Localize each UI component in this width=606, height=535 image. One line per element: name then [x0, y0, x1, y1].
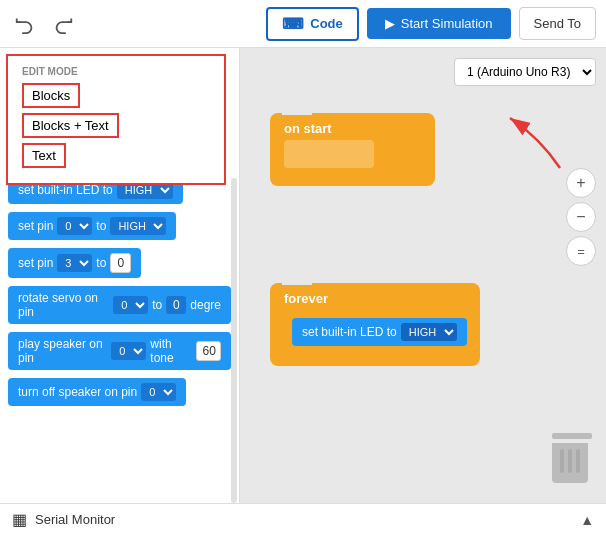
trash-lid [552, 433, 592, 439]
zoom-controls: + − = [566, 168, 596, 266]
zoom-reset-button[interactable]: = [566, 236, 596, 266]
sidebar: EDIT MODE Blocks Blocks + Text Text set … [0, 48, 240, 503]
play-icon: ▶ [385, 16, 395, 31]
start-simulation-button[interactable]: ▶ Start Simulation [367, 8, 511, 39]
forever-container: forever set built-in LED to HIGH [270, 283, 480, 366]
trash-icon [552, 433, 592, 483]
edit-mode-text[interactable]: Text [22, 143, 66, 168]
forever-label: forever [284, 291, 328, 306]
bottom-arrow-icon[interactable]: ▲ [580, 512, 594, 528]
servo-pin-dropdown[interactable]: 0 [113, 296, 148, 314]
list-item: rotate servo on pin 0 to 0 degre [8, 286, 231, 324]
set-pin-high-block[interactable]: set pin 0 to HIGHLOW [8, 212, 176, 240]
turn-off-speaker-block[interactable]: turn off speaker on pin 0 [8, 378, 186, 406]
code-icon: ⌨ [282, 15, 304, 33]
value-high-dropdown[interactable]: HIGHLOW [110, 217, 166, 235]
inner-set-led-block[interactable]: set built-in LED to HIGH [292, 318, 467, 346]
pin-3-dropdown[interactable]: 3 [57, 254, 92, 272]
list-item: set pin 3 to 0 [8, 248, 231, 278]
code-button[interactable]: ⌨ Code [266, 7, 359, 41]
list-item: set pin 0 to HIGHLOW [8, 212, 231, 240]
edit-mode-blocks-text[interactable]: Blocks + Text [22, 113, 119, 138]
pin-0-dropdown[interactable]: 0 [57, 217, 92, 235]
arduino-dropdown[interactable]: 1 (Arduino Uno R3) [454, 58, 596, 86]
main-layout: EDIT MODE Blocks Blocks + Text Text set … [0, 48, 606, 503]
inner-led-dropdown[interactable]: HIGH [401, 323, 457, 341]
speaker-off-pin-dropdown[interactable]: 0 [141, 383, 176, 401]
toolbar: ⌨ Code ▶ Start Simulation Send To [0, 0, 606, 48]
edit-mode-label: EDIT MODE [22, 66, 210, 77]
list-item: turn off speaker on pin 0 [8, 378, 231, 406]
on-start-container: on start [270, 113, 435, 186]
bottom-bar: ▦ Serial Monitor ▲ [0, 503, 606, 535]
rotate-servo-block[interactable]: rotate servo on pin 0 to 0 degre [8, 286, 231, 324]
send-label: Send To [534, 16, 581, 31]
redo-button[interactable] [48, 9, 78, 39]
canvas-area[interactable]: 1 (Arduino Uno R3) on start [240, 48, 606, 503]
serial-monitor-label[interactable]: Serial Monitor [35, 512, 115, 527]
on-start-label: on start [284, 121, 332, 136]
code-label: Code [310, 16, 343, 31]
send-to-button[interactable]: Send To [519, 7, 596, 40]
speaker-pin-dropdown[interactable]: 0 [111, 342, 146, 360]
play-speaker-block[interactable]: play speaker on pin 0 with tone 60 [8, 332, 231, 370]
zoom-in-button[interactable]: + [566, 168, 596, 198]
zoom-out-button[interactable]: − [566, 202, 596, 232]
blocks-panel: set built-in LED to HIGHLOW set pin 0 to… [0, 168, 239, 503]
tone-value-box[interactable]: 60 [196, 341, 221, 361]
edit-mode-blocks[interactable]: Blocks [22, 83, 80, 108]
edit-mode-popup: EDIT MODE Blocks Blocks + Text Text [6, 54, 226, 185]
servo-value-box[interactable]: 0 [166, 296, 186, 314]
arduino-selector: 1 (Arduino Uno R3) [454, 58, 596, 86]
undo-button[interactable] [10, 9, 40, 39]
sim-label: Start Simulation [401, 16, 493, 31]
list-item: play speaker on pin 0 with tone 60 [8, 332, 231, 370]
sidebar-scrollbar[interactable] [231, 178, 237, 503]
serial-monitor-icon: ▦ [12, 510, 27, 529]
trash-body [552, 443, 588, 483]
set-pin-3-block[interactable]: set pin 3 to 0 [8, 248, 141, 278]
value-0-box[interactable]: 0 [110, 253, 131, 273]
